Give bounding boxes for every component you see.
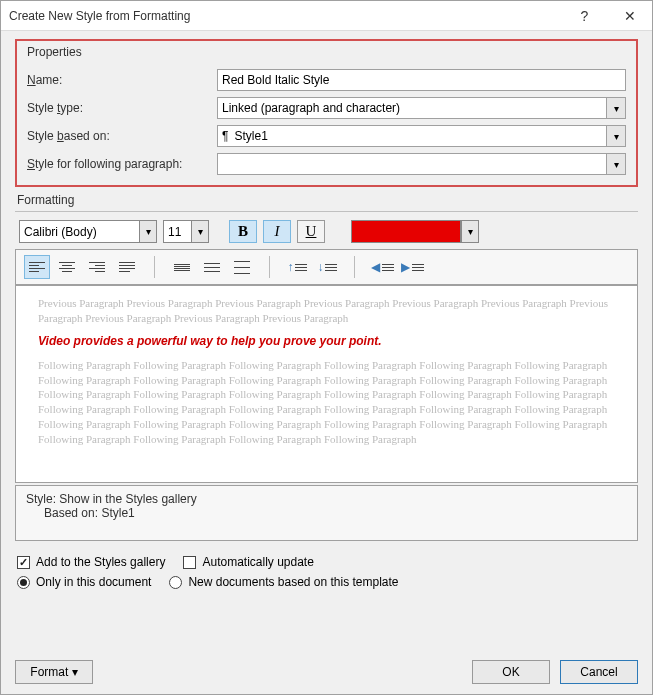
space-before-inc-button[interactable]: ↑	[284, 255, 310, 279]
paragraph-toolbar: ↑ ↓ ◀ ▶	[15, 249, 638, 285]
radio-icon	[17, 576, 30, 589]
basedon-value: ¶ Style1	[217, 125, 606, 147]
basedon-label: Style based on:	[27, 129, 217, 143]
help-button[interactable]: ?	[562, 1, 607, 31]
align-left-button[interactable]	[24, 255, 50, 279]
auto-update-checkbox[interactable]: Automatically update	[183, 555, 313, 569]
checkbox-icon: ✓	[17, 556, 30, 569]
color-swatch	[351, 220, 461, 243]
space-before-dec-button[interactable]: ↓	[314, 255, 340, 279]
format-button[interactable]: Format ▾	[15, 660, 93, 684]
linespacing-15-button[interactable]	[199, 255, 225, 279]
indent-decrease-button[interactable]: ◀	[369, 255, 395, 279]
styletype-combo[interactable]: Linked (paragraph and character) ▾	[217, 97, 626, 119]
name-input[interactable]	[217, 69, 626, 91]
dialog-footer: Format ▾ OK Cancel	[15, 660, 638, 684]
basedon-combo[interactable]: ¶ Style1 ▾	[217, 125, 626, 147]
checkbox-icon	[183, 556, 196, 569]
formatting-label: Formatting	[17, 193, 638, 207]
styletype-label: Style type:	[27, 101, 217, 115]
style-description: Style: Show in the Styles gallery Based …	[15, 485, 638, 541]
font-color-combo[interactable]: ▾	[351, 220, 479, 243]
new-documents-radio[interactable]: New documents based on this template	[169, 575, 398, 589]
chevron-down-icon[interactable]: ▾	[191, 220, 209, 243]
following-label: Style for following paragraph:	[27, 157, 217, 171]
preview-after-text: Following Paragraph Following Paragraph …	[38, 358, 615, 447]
following-value	[217, 153, 606, 175]
radio-icon	[169, 576, 182, 589]
chevron-down-icon[interactable]: ▾	[139, 220, 157, 243]
only-this-document-radio[interactable]: Only in this document	[17, 575, 151, 589]
caret-down-icon: ▾	[72, 665, 78, 679]
cancel-button[interactable]: Cancel	[560, 660, 638, 684]
add-to-gallery-checkbox[interactable]: ✓ Add to the Styles gallery	[17, 555, 165, 569]
preview-sample-text: Video provides a powerful way to help yo…	[38, 334, 615, 348]
preview-before-text: Previous Paragraph Previous Paragraph Pr…	[38, 296, 615, 326]
linespacing-2-button[interactable]	[229, 255, 255, 279]
options-group: ✓ Add to the Styles gallery Automaticall…	[15, 555, 638, 589]
properties-label: Properties	[27, 45, 626, 63]
close-button[interactable]: ✕	[607, 1, 652, 31]
properties-group: Properties Name: Style type: Linked (par…	[15, 39, 638, 187]
ok-button[interactable]: OK	[472, 660, 550, 684]
description-line2: Based on: Style1	[26, 506, 627, 520]
dialog-title: Create New Style from Formatting	[9, 9, 562, 23]
italic-button[interactable]: I	[263, 220, 291, 243]
styletype-value: Linked (paragraph and character)	[217, 97, 606, 119]
chevron-down-icon[interactable]: ▾	[606, 153, 626, 175]
indent-increase-button[interactable]: ▶	[399, 255, 425, 279]
description-line1: Style: Show in the Styles gallery	[26, 492, 627, 506]
preview-pane: Previous Paragraph Previous Paragraph Pr…	[15, 285, 638, 483]
align-justify-button[interactable]	[114, 255, 140, 279]
font-toolbar: Calibri (Body) ▾ 11 ▾ B I U ▾	[15, 220, 638, 243]
font-name-combo[interactable]: Calibri (Body) ▾	[19, 220, 157, 243]
chevron-down-icon[interactable]: ▾	[461, 220, 479, 243]
chevron-down-icon[interactable]: ▾	[606, 125, 626, 147]
name-label: Name:	[27, 73, 217, 87]
paragraph-icon: ¶	[222, 129, 228, 143]
align-right-button[interactable]	[84, 255, 110, 279]
titlebar: Create New Style from Formatting ? ✕	[1, 1, 652, 31]
font-size-combo[interactable]: 11 ▾	[163, 220, 209, 243]
create-style-dialog: Create New Style from Formatting ? ✕ Pro…	[0, 0, 653, 695]
chevron-down-icon[interactable]: ▾	[606, 97, 626, 119]
following-combo[interactable]: ▾	[217, 153, 626, 175]
align-center-button[interactable]	[54, 255, 80, 279]
linespacing-1-button[interactable]	[169, 255, 195, 279]
bold-button[interactable]: B	[229, 220, 257, 243]
underline-button[interactable]: U	[297, 220, 325, 243]
